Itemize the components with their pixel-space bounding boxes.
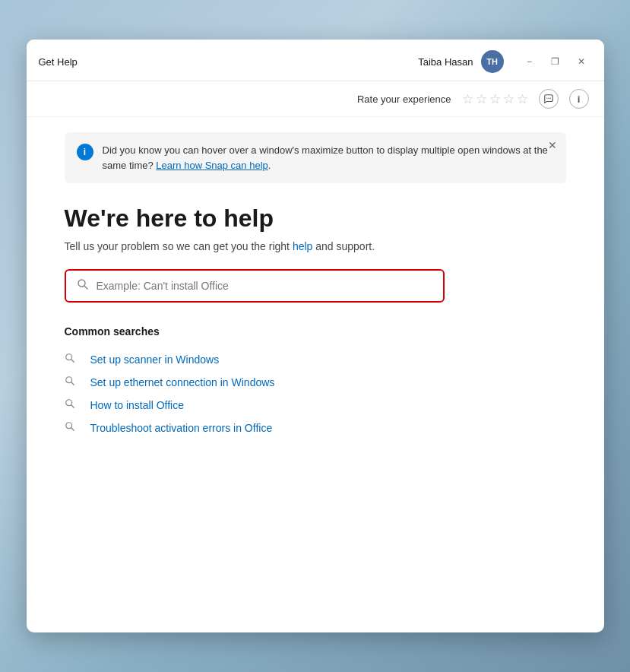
- window-controls: − ❐ ✕: [519, 54, 592, 69]
- search-item-label: How to install Office: [90, 399, 184, 411]
- svg-point-0: [546, 97, 547, 98]
- banner-info-icon: i: [77, 144, 93, 160]
- search-box[interactable]: [65, 269, 445, 303]
- list-item[interactable]: Troubleshoot activation errors in Office: [65, 417, 566, 439]
- svg-line-8: [71, 382, 74, 385]
- maximize-button[interactable]: ❐: [545, 54, 566, 69]
- page-title: We're here to help: [65, 204, 566, 233]
- search-icon: [65, 421, 75, 435]
- star-3[interactable]: ☆: [489, 91, 501, 107]
- star-4[interactable]: ☆: [503, 91, 514, 107]
- user-name: Taiba Hasan: [418, 56, 473, 68]
- banner-text: Did you know you can hover over a window…: [103, 143, 554, 173]
- svg-point-1: [548, 97, 549, 98]
- svg-line-10: [71, 405, 74, 408]
- list-item[interactable]: Set up ethernet connection in Windows: [65, 371, 566, 394]
- app-window: Get Help Taiba Hasan TH − ❐ ✕ Rate your …: [27, 40, 604, 632]
- star-5[interactable]: ☆: [517, 91, 528, 107]
- list-item[interactable]: How to install Office: [65, 394, 566, 417]
- rate-label: Rate your experience: [357, 94, 451, 105]
- svg-line-4: [84, 286, 87, 289]
- feedback-icon[interactable]: [539, 89, 559, 109]
- avatar[interactable]: TH: [481, 50, 504, 73]
- common-searches-section: Common searches Set up scanner in Window…: [65, 325, 566, 439]
- search-icon: [65, 353, 75, 366]
- svg-line-6: [71, 360, 74, 363]
- star-rating[interactable]: ☆ ☆ ☆ ☆ ☆: [462, 91, 528, 107]
- search-item-label: Set up ethernet connection in Windows: [90, 376, 275, 388]
- toolbar: Rate your experience ☆ ☆ ☆ ☆ ☆ i: [27, 81, 604, 117]
- star-1[interactable]: ☆: [462, 91, 473, 107]
- main-content: i Did you know you can hover over a wind…: [27, 117, 604, 632]
- search-icon: [65, 398, 75, 412]
- svg-point-2: [549, 97, 550, 98]
- search-input[interactable]: [97, 280, 432, 292]
- svg-line-12: [71, 428, 74, 431]
- common-searches-heading: Common searches: [65, 325, 566, 338]
- snap-help-link[interactable]: Learn how Snap can help: [156, 160, 268, 171]
- search-item-label: Set up scanner in Windows: [90, 353, 220, 366]
- list-item[interactable]: Set up scanner in Windows: [65, 348, 566, 371]
- app-title: Get Help: [39, 56, 78, 68]
- star-2[interactable]: ☆: [476, 91, 487, 107]
- close-button[interactable]: ✕: [571, 54, 592, 69]
- banner-close-button[interactable]: ✕: [548, 140, 557, 151]
- info-banner: i Did you know you can hover over a wind…: [65, 132, 566, 183]
- minimize-button[interactable]: −: [519, 54, 540, 69]
- title-bar: Get Help Taiba Hasan TH − ❐ ✕: [27, 40, 604, 81]
- search-item-label: Troubleshoot activation errors in Office: [90, 422, 273, 434]
- info-icon[interactable]: i: [569, 89, 589, 109]
- search-icon: [65, 376, 75, 389]
- search-icon: [77, 278, 89, 293]
- subtitle: Tell us your problem so we can get you t…: [65, 240, 566, 252]
- title-bar-right: Taiba Hasan TH − ❐ ✕: [418, 50, 591, 73]
